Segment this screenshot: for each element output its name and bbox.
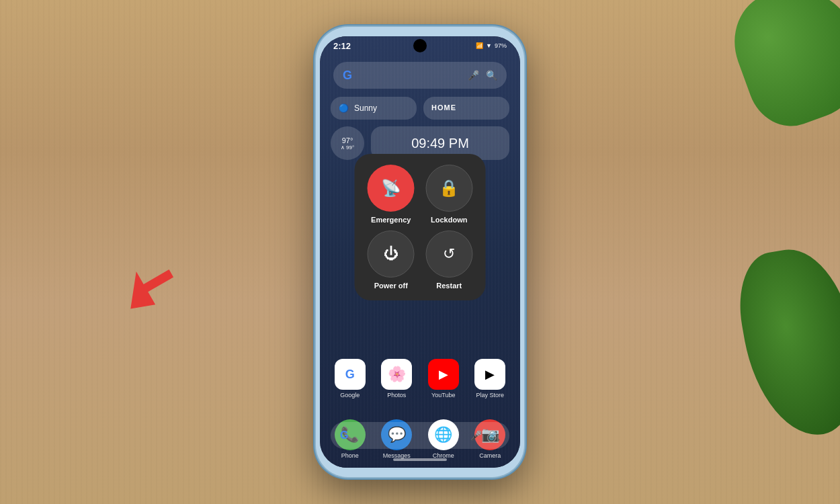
- battery-icon: 97%: [495, 42, 507, 49]
- emergency-label: Emergency: [371, 216, 411, 224]
- phone-screen: 2:12 📶 ▼ 97% G 🎤 🔍 🔵 Sunny: [320, 36, 520, 468]
- emergency-circle: 📡: [368, 165, 415, 212]
- restart-icon: ↺: [443, 245, 455, 263]
- temp-widget[interactable]: 97° ∧ 99°: [331, 126, 364, 160]
- top-search-bar[interactable]: G 🎤 🔍: [333, 62, 507, 89]
- poweroff-label: Power off: [374, 282, 408, 290]
- app-row-1: G Google 🌸 Photos ▶ YouTube ▶ Pl: [327, 359, 513, 398]
- power-menu-grid: 📡 Emergency 🔒 Lockdown ⏻ Power of: [366, 165, 475, 290]
- restart-button[interactable]: ↺ Restart: [423, 230, 475, 290]
- poweroff-icon: ⏻: [384, 245, 398, 263]
- status-icons: 📶 ▼ 97%: [476, 42, 507, 49]
- lockdown-icon: 🔒: [439, 179, 459, 198]
- poweroff-circle: ⏻: [368, 230, 415, 278]
- home-indicator[interactable]: [393, 458, 447, 461]
- app-photos[interactable]: 🌸 Photos: [381, 359, 412, 398]
- home-widget[interactable]: HOME: [423, 97, 509, 120]
- camera-notch: [413, 39, 427, 52]
- phone: 2:12 📶 ▼ 97% G 🎤 🔍 🔵 Sunny: [316, 27, 524, 477]
- power-menu: 📡 Emergency 🔒 Lockdown ⏻ Power of: [355, 154, 486, 300]
- app-playstore[interactable]: ▶ Play Store: [474, 359, 505, 398]
- app-google-label: Google: [340, 392, 360, 398]
- app-youtube-label: YouTube: [431, 392, 455, 398]
- bottom-search-icons: 🎤 🔍: [470, 430, 500, 441]
- app-phone-label: Phone: [341, 452, 359, 459]
- app-youtube-icon: ▶: [428, 359, 459, 390]
- mic-icon[interactable]: 🎤: [468, 70, 479, 81]
- weather-text: Sunny: [354, 103, 377, 113]
- temp-value: 97°: [341, 136, 354, 144]
- wifi-icon: ▼: [486, 42, 492, 49]
- app-playstore-icon: ▶: [474, 359, 505, 390]
- bottom-search-bar[interactable]: G 🎤 🔍: [331, 422, 509, 449]
- restart-circle: ↺: [425, 230, 472, 278]
- app-google-icon: G: [335, 359, 366, 390]
- bottom-mic-icon[interactable]: 🎤: [470, 430, 482, 441]
- search-bar-icons: 🎤 🔍: [468, 70, 497, 81]
- lockdown-label: Lockdown: [431, 216, 467, 224]
- app-playstore-label: Play Store: [476, 392, 504, 398]
- lens-icon[interactable]: 🔍: [486, 70, 497, 81]
- emergency-icon: 📡: [381, 179, 401, 198]
- restart-label: Restart: [436, 282, 462, 290]
- weather-widget[interactable]: 🔵 Sunny: [331, 97, 417, 120]
- lockdown-button[interactable]: 🔒 Lockdown: [423, 165, 475, 224]
- app-camera-label: Camera: [479, 452, 501, 459]
- poweroff-button[interactable]: ⏻ Power off: [366, 230, 417, 290]
- clock-time: 09:49 PM: [411, 136, 469, 151]
- weather-icon: 🔵: [339, 103, 349, 113]
- google-logo: G: [343, 69, 352, 83]
- status-time: 2:12: [333, 41, 351, 51]
- app-google[interactable]: G Google: [335, 359, 366, 398]
- signal-icon: 📶: [476, 42, 483, 49]
- emergency-button[interactable]: 📡 Emergency: [366, 165, 417, 224]
- temp-sub: ∧ 99°: [341, 144, 354, 151]
- widget-row-1: 🔵 Sunny HOME: [331, 97, 509, 120]
- bottom-google-logo: G: [340, 429, 348, 442]
- app-photos-label: Photos: [387, 392, 406, 398]
- bottom-lens-icon[interactable]: 🔍: [489, 430, 500, 441]
- lockdown-circle: 🔒: [425, 165, 472, 212]
- app-photos-icon: 🌸: [381, 359, 412, 390]
- app-youtube[interactable]: ▶ YouTube: [428, 359, 459, 398]
